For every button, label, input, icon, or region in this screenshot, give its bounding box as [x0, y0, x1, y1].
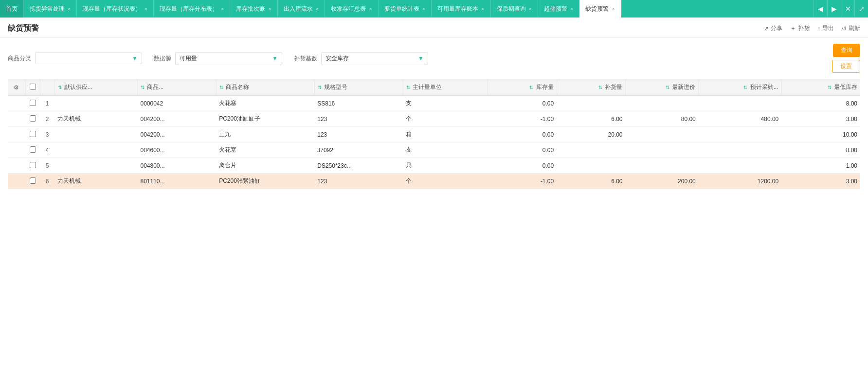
row-stock: 0.00: [488, 96, 557, 111]
th-supplier[interactable]: ⇅ 默认供应...: [54, 79, 137, 96]
row-checkbox-cell[interactable]: [25, 142, 40, 158]
th-checkbox[interactable]: [25, 79, 40, 96]
th-replenish[interactable]: ⇅ 补货量: [557, 79, 625, 96]
tab-close-expiry-query[interactable]: ×: [529, 6, 532, 12]
tab-available-ledger[interactable]: 可用量库存账本 ×: [432, 0, 490, 18]
th-min-stock[interactable]: ⇅ 最低库存: [781, 79, 860, 96]
row-index: 6: [40, 174, 54, 189]
row-min-stock: 8.00: [781, 96, 860, 111]
tab-close-available-ledger[interactable]: ×: [481, 6, 484, 12]
row-est-purchase: [699, 96, 781, 111]
th-unit[interactable]: ⇅ 主计量单位: [403, 79, 488, 96]
tab-close-batch-account[interactable]: ×: [268, 6, 271, 12]
row-gear-cell: [8, 174, 25, 189]
row-est-purchase: [699, 142, 781, 158]
query-button[interactable]: 查询: [833, 44, 860, 57]
tab-close-shortage[interactable]: ×: [612, 6, 615, 12]
datasource-select[interactable]: 可用量 ▼: [175, 52, 282, 65]
select-all-checkbox[interactable]: [30, 84, 36, 90]
tab-close-receipt-summary[interactable]: ×: [369, 6, 372, 12]
tab-inout-flow[interactable]: 出入库流水 ×: [278, 0, 325, 18]
row-checkbox[interactable]: [30, 162, 36, 168]
row-checkbox-cell[interactable]: [25, 174, 40, 189]
tab-shortage[interactable]: 缺货预警 ×: [579, 0, 621, 18]
tab-receipt-summary[interactable]: 收发存汇总表 ×: [325, 0, 378, 18]
row-unit: 个: [403, 174, 488, 189]
tab-nav-next[interactable]: ▶: [827, 0, 841, 18]
sort-est-purchase-icon: ⇅: [743, 85, 747, 90]
tab-close-demand-stat[interactable]: ×: [422, 6, 425, 12]
tab-close-stock-dist[interactable]: ×: [221, 6, 224, 12]
row-name: 火花塞: [216, 96, 314, 111]
row-checkbox[interactable]: [30, 100, 36, 106]
replenish-base-value: 安全库存: [326, 54, 414, 63]
th-price[interactable]: ⇅ 最新进价: [626, 79, 699, 96]
tab-close-stock-status[interactable]: ×: [144, 6, 147, 12]
row-name: 火花塞: [216, 142, 314, 158]
page-header: 缺货预警 ↗ 分享 ＋ 补货 ↑ 导出 ↺ 刷新: [0, 18, 868, 38]
share-action[interactable]: ↗ 分享: [764, 24, 782, 33]
row-spec: SS816: [314, 96, 403, 111]
row-replenish: [557, 158, 625, 174]
row-unit: 只: [403, 158, 488, 174]
th-code[interactable]: ⇅ 商品...: [137, 79, 216, 96]
row-checkbox[interactable]: [30, 115, 36, 122]
tab-close-abnormal[interactable]: ×: [68, 6, 71, 12]
category-select[interactable]: ▼: [35, 53, 142, 64]
row-index: 3: [40, 127, 54, 142]
export-action[interactable]: ↑ 导出: [817, 24, 834, 33]
row-unit: 支: [403, 96, 488, 111]
row-unit: 个: [403, 111, 488, 127]
replenish-action[interactable]: ＋ 补货: [790, 24, 810, 33]
refresh-action[interactable]: ↺ 刷新: [842, 24, 860, 33]
category-arrow-icon: ▼: [132, 55, 138, 62]
tab-expiry-query[interactable]: 保质期查询 ×: [491, 0, 538, 18]
tab-stock-status[interactable]: 现存量（库存状况表） ×: [77, 0, 153, 18]
tab-demand-stat[interactable]: 要货单统计表 ×: [379, 0, 432, 18]
sort-supplier-icon: ⇅: [58, 85, 62, 90]
replenish-base-label: 补货基数: [294, 54, 317, 63]
tab-close-all[interactable]: ✕: [841, 0, 854, 18]
th-stock[interactable]: ⇅ 库存量: [488, 79, 557, 96]
row-replenish: 6.00: [557, 111, 625, 127]
row-replenish: [557, 142, 625, 158]
category-filter: 商品分类 ▼: [8, 53, 142, 64]
replenish-base-select[interactable]: 安全库存 ▼: [321, 52, 428, 65]
row-code: 801110...: [137, 174, 216, 189]
tab-stock-dist[interactable]: 现存量（库存分布表） ×: [154, 0, 230, 18]
filter-bar: 商品分类 ▼ 数据源 可用量 ▼ 补货基数 安全库存 ▼ 查询 设置: [0, 38, 868, 79]
filter-actions: 查询 设置: [832, 44, 860, 73]
tab-close-overstock[interactable]: ×: [570, 6, 573, 12]
row-checkbox[interactable]: [30, 177, 36, 184]
row-checkbox-cell[interactable]: [25, 111, 40, 127]
row-index: 5: [40, 158, 54, 174]
th-gear[interactable]: ⚙: [8, 79, 25, 96]
row-code: 004200...: [137, 127, 216, 142]
row-checkbox[interactable]: [30, 131, 36, 137]
tab-close-inout-flow[interactable]: ×: [316, 6, 319, 12]
row-stock: -1.00: [488, 111, 557, 127]
row-checkbox[interactable]: [30, 146, 36, 153]
row-index: 2: [40, 111, 54, 127]
tab-overstock[interactable]: 超储预警 ×: [538, 0, 579, 18]
row-spec: DS250*23c...: [314, 158, 403, 174]
row-est-purchase: 1200.00: [699, 174, 781, 189]
settings-button[interactable]: 设置: [832, 60, 860, 73]
row-checkbox-cell[interactable]: [25, 127, 40, 142]
row-price: 200.00: [626, 174, 699, 189]
row-gear-cell: [8, 127, 25, 142]
tab-abnormal[interactable]: 拣货异常处理 ×: [24, 0, 77, 18]
row-checkbox-cell[interactable]: [25, 96, 40, 111]
datasource-value: 可用量: [180, 54, 268, 63]
th-name[interactable]: ⇅ 商品名称: [216, 79, 314, 96]
tab-nav-prev[interactable]: ◀: [814, 0, 827, 18]
refresh-icon: ↺: [842, 25, 847, 32]
row-checkbox-cell[interactable]: [25, 158, 40, 174]
tab-home[interactable]: 首页: [0, 0, 24, 18]
tab-batch-account[interactable]: 库存批次账 ×: [230, 0, 277, 18]
tab-expand[interactable]: ⤢: [854, 0, 868, 18]
tab-nav-buttons: ◀ ▶ ✕ ⤢: [814, 0, 868, 18]
th-est-purchase[interactable]: ⇅ 预计采购...: [699, 79, 781, 96]
th-spec[interactable]: ⇅ 规格型号: [314, 79, 403, 96]
page-title: 缺货预警: [8, 23, 39, 34]
